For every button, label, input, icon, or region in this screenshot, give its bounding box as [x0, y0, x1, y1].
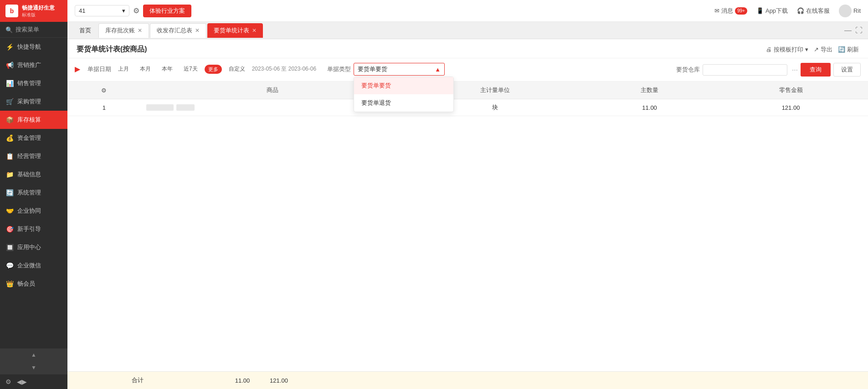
export-action[interactable]: ↗ 导出 — [814, 46, 832, 54]
app-download-item[interactable]: 📱 App下载 — [756, 7, 788, 15]
table-container: ⚙ 商品 主计量单位 主数量 零售金额 1 — [67, 82, 868, 371]
finance-icon: 💰 — [5, 134, 14, 142]
basic-icon: 📁 — [5, 170, 14, 179]
date-btn-this-month[interactable]: 本月 — [136, 63, 155, 75]
sidebar-scroll-down[interactable]: ▼ — [0, 361, 67, 374]
sidebar-item-guide[interactable]: 🎯 新手引导 — [0, 220, 67, 238]
filter-date-group: 单据日期 上月 本月 本年 近7天 更多 自定义 2023-05-06 至 20… — [87, 63, 316, 75]
tab-inventory-batch-close[interactable]: ✕ — [138, 27, 142, 34]
messages-label: 消息 — [721, 7, 733, 15]
col-settings-header[interactable]: ⚙ — [67, 82, 141, 99]
user-item[interactable]: Rit — [839, 5, 861, 17]
sidebar-item-apps[interactable]: 🔲 应用中心 — [0, 238, 67, 256]
date-btn-custom[interactable]: 自定义 — [225, 63, 249, 75]
print-action[interactable]: 🖨 按模板打印 ▾ — [766, 46, 808, 54]
footer-amount: 121.00 — [261, 377, 297, 384]
page-actions: 🖨 按模板打印 ▾ ↗ 导出 🔄 刷新 — [766, 46, 859, 54]
enterprise-icon: 🤝 — [5, 207, 14, 215]
print-label: 按模板打印 — [774, 46, 803, 54]
user-name: Rit — [853, 7, 861, 14]
date-btn-last-month[interactable]: 上月 — [114, 63, 133, 75]
online-service-item[interactable]: 🎧 在线客服 — [797, 7, 830, 15]
sales-icon: 📊 — [5, 79, 14, 87]
member-icon: 👑 — [5, 280, 14, 288]
messages-item[interactable]: ✉ 消息 99+ — [714, 7, 747, 15]
sidebar-item-marketing[interactable]: 📢 营销推广 — [0, 56, 67, 74]
sidebar: b 畅捷通好生意 标准版 🔍 搜索菜单 ⚡ 快捷导航 📢 营销推广 📊 销售管理… — [0, 0, 67, 389]
sidebar-item-enterprise[interactable]: 🤝 企业协同 — [0, 202, 67, 220]
type-select-container: 要货单要货 ▲ 要货单要货 要货单退货 — [354, 63, 445, 76]
company-selector-value: 41 — [79, 7, 85, 14]
top-bar-right: ✉ 消息 99+ 📱 App下载 🎧 在线客服 Rit — [714, 5, 861, 17]
tab-inventory-batch-label: 库存批次账 — [105, 26, 135, 35]
sidebar-item-system[interactable]: 🔄 系统管理 — [0, 184, 67, 202]
row-no: 1 — [67, 99, 141, 116]
sidebar-item-operations[interactable]: 📋 经营管理 — [0, 147, 67, 165]
inventory-icon: 📦 — [5, 116, 14, 124]
tab-home-label: 首页 — [79, 26, 91, 35]
tab-receipts-summary[interactable]: 收发存汇总表 ✕ — [150, 23, 206, 38]
search-icon: 🔍 — [5, 26, 13, 33]
top-bar-left: 41 ▾ ⚙ 体验行业方案 — [75, 5, 191, 17]
query-button[interactable]: 查询 — [801, 63, 831, 77]
date-btn-this-year[interactable]: 本年 — [158, 63, 177, 75]
tab-order-stats[interactable]: 要货单统计表 ✕ — [207, 23, 263, 38]
sidebar-item-sales[interactable]: 📊 销售管理 — [0, 74, 67, 92]
product-placeholder-2 — [176, 104, 195, 111]
sidebar-scroll-up[interactable]: ▲ — [0, 348, 67, 361]
tab-minimize-icon[interactable]: — — [844, 26, 852, 35]
col-qty-header: 主数量 — [586, 82, 714, 99]
date-btn-7days[interactable]: 近7天 — [180, 63, 202, 75]
table-row: 1 块 11.00 121.00 — [67, 99, 868, 116]
sidebar-item-finance[interactable]: 💰 资金管理 — [0, 129, 67, 147]
sidebar-search[interactable]: 🔍 搜索菜单 — [0, 22, 67, 38]
tab-home[interactable]: 首页 — [73, 23, 98, 38]
user-avatar — [839, 5, 852, 17]
company-selector[interactable]: 41 ▾ — [75, 5, 129, 16]
app-logo-text: 畅捷通好生意 标准版 — [22, 4, 55, 18]
refresh-action[interactable]: 🔄 刷新 — [838, 46, 859, 54]
warehouse-filter-input[interactable] — [703, 64, 787, 76]
operations-icon: 📋 — [5, 152, 14, 160]
tab-inventory-batch[interactable]: 库存批次账 ✕ — [98, 23, 149, 38]
data-table: ⚙ 商品 主计量单位 主数量 零售金额 1 — [67, 82, 868, 116]
sidebar-item-wechat[interactable]: 💬 企业微信 — [0, 256, 67, 275]
page-title: 要货单统计表(按商品) — [77, 45, 147, 54]
settings-button[interactable]: 设置 — [833, 63, 861, 77]
tab-bar: 首页 库存批次账 ✕ 收发存汇总表 ✕ 要货单统计表 ✕ — ⛶ — [67, 22, 868, 39]
promo-button[interactable]: 体验行业方案 — [143, 5, 191, 17]
product-placeholder-1 — [146, 104, 174, 111]
date-filter-label: 单据日期 — [87, 65, 111, 73]
sidebar-nav: ⚡ 快捷导航 📢 营销推广 📊 销售管理 🛒 采购管理 📦 库存核算 💰 资金管… — [0, 38, 67, 348]
main-area: 41 ▾ ⚙ 体验行业方案 ✉ 消息 99+ 📱 App下载 🎧 在线客服 R — [67, 0, 868, 389]
export-label: 导出 — [821, 46, 832, 54]
sidebar-item-member[interactable]: 👑 畅会员 — [0, 275, 67, 293]
quick-nav-icon: ⚡ — [5, 43, 14, 51]
date-btn-more[interactable]: 更多 — [205, 65, 222, 74]
type-select[interactable]: 要货单要货 ▲ — [354, 63, 445, 76]
message-icon: ✉ — [714, 7, 719, 14]
page-header: 要货单统计表(按商品) 🖨 按模板打印 ▾ ↗ 导出 🔄 刷新 — [67, 39, 868, 58]
sidebar-item-quick-nav[interactable]: ⚡ 快捷导航 — [0, 38, 67, 56]
table-footer: 合计 11.00 121.00 — [67, 371, 868, 389]
warehouse-more-icon[interactable]: ⋯ — [792, 67, 798, 73]
marketing-icon: 📢 — [5, 61, 14, 69]
filter-toggle-icon[interactable]: ▶ — [75, 65, 80, 73]
top-bar-gear-icon[interactable]: ⚙ — [133, 6, 139, 15]
refresh-icon: 🔄 — [838, 46, 845, 53]
type-dropdown: 要货单要货 要货单退货 — [354, 77, 454, 112]
footer-label: 合计 — [87, 376, 188, 384]
type-option-return[interactable]: 要货单退货 — [354, 94, 453, 112]
tab-receipts-summary-close[interactable]: ✕ — [195, 27, 200, 34]
type-option-order[interactable]: 要货单要货 — [354, 77, 453, 94]
sidebar-item-inventory[interactable]: 📦 库存核算 — [0, 111, 67, 129]
tab-order-stats-close[interactable]: ✕ — [252, 27, 257, 34]
sidebar-item-purchase[interactable]: 🛒 采购管理 — [0, 92, 67, 111]
collapse-icon[interactable]: ◀▶ — [17, 378, 27, 385]
sidebar-item-basic[interactable]: 📁 基础信息 — [0, 165, 67, 184]
date-range-display: 2023-05-06 至 2023-06-06 — [252, 65, 316, 73]
settings-icon[interactable]: ⚙ — [5, 378, 11, 385]
wechat-icon: 💬 — [5, 261, 14, 270]
tab-expand-icon[interactable]: ⛶ — [855, 26, 863, 35]
filter-bar: ▶ 单据日期 上月 本月 本年 近7天 更多 自定义 2023-05-06 至 … — [67, 58, 868, 82]
